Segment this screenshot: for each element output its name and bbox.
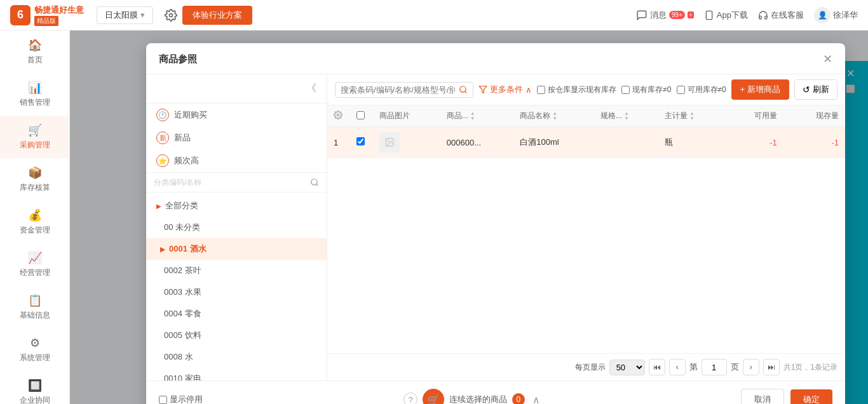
col-checkbox[interactable] — [350, 105, 373, 127]
add-product-btn[interactable]: + 新增商品 — [731, 79, 789, 100]
sort-name-icon: ▲▼ — [552, 111, 557, 121]
checkbox-warehouse-stock[interactable]: 按仓库显示现有库存 — [537, 84, 616, 95]
current-stock-checkbox[interactable] — [621, 86, 630, 94]
dialog-close-btn[interactable]: ✕ — [823, 52, 832, 66]
col-name[interactable]: 商品名称 ▲▼ — [513, 105, 594, 127]
system-icon: ⚙ — [30, 336, 40, 350]
operations-icon: 📈 — [28, 251, 42, 265]
table-row[interactable]: 1 000600... — [327, 127, 845, 158]
search-icon — [310, 178, 319, 187]
quick-link-new[interactable]: 新 新品 — [146, 126, 327, 149]
footer-mid: ? 🛒 连续选择的商品 0 ∧ — [403, 389, 540, 404]
experience-btn[interactable]: 体验行业方案 — [182, 6, 252, 25]
cat-item-00[interactable]: 00 未分类 — [146, 217, 327, 238]
category-tree: ▶ 全部分类 00 未分类 ▶ 0001 酒水 — [146, 192, 327, 380]
dialog-header: 商品参照 ✕ — [146, 43, 845, 74]
sidebar-item-sales[interactable]: 📊 销售管理 — [0, 73, 69, 116]
store-selector[interactable]: 日太阳膜 ▾ — [97, 6, 153, 24]
col-code[interactable]: 商品... ▲▼ — [440, 105, 513, 127]
col-settings[interactable] — [327, 105, 350, 127]
available-stock-checkbox[interactable] — [677, 86, 685, 94]
basic-info-icon: 📋 — [28, 293, 42, 307]
refresh-icon: ↺ — [803, 84, 810, 95]
show-disabled-label[interactable]: 显示停用 — [159, 394, 203, 404]
sidebar-item-inventory[interactable]: 📦 库存核算 — [0, 158, 69, 201]
svg-point-4 — [460, 86, 466, 92]
svg-marker-5 — [479, 86, 487, 93]
product-search-icon[interactable] — [459, 85, 468, 94]
checkbox-current-stock[interactable]: 现有库存≠0 — [621, 84, 671, 95]
next-page-btn[interactable]: › — [743, 359, 759, 375]
sidebar-item-purchase[interactable]: 🛒 采购管理 — [0, 116, 69, 158]
arrow-active-icon: ▶ — [160, 246, 165, 253]
cat-item-0003[interactable]: 0003 水果 — [146, 281, 327, 303]
prev-page-btn[interactable]: ‹ — [669, 359, 686, 375]
cat-search-input[interactable] — [154, 178, 310, 187]
sidebar-item-basic-info[interactable]: 📋 基础信息 — [0, 286, 69, 328]
cat-item-0005[interactable]: 0005 饮料 — [146, 325, 327, 346]
sidebar-item-home[interactable]: 🏠 首页 — [0, 30, 69, 73]
svg-point-8 — [388, 140, 389, 142]
page-input[interactable] — [702, 359, 727, 375]
cart-icon[interactable]: 🛒 — [423, 389, 444, 404]
cat-search — [146, 172, 327, 192]
quick-link-recent[interactable]: 🕐 近期购买 — [146, 104, 327, 126]
user-item[interactable]: 👤 徐泽华 — [814, 7, 858, 24]
product-search-input[interactable] — [341, 85, 455, 95]
refresh-btn[interactable]: ↺ 刷新 — [794, 79, 837, 100]
show-disabled-checkbox[interactable] — [159, 396, 167, 404]
sidebar-item-finance[interactable]: 💰 资金管理 — [0, 201, 69, 243]
last-page-btn[interactable]: ⏭ — [763, 359, 780, 375]
product-toolbar: 更多条件 ∧ 按仓库显示现有库存 现有库存≠0 — [327, 74, 845, 105]
help-icon[interactable]: ? — [403, 393, 417, 404]
cat-item-0010[interactable]: 0010 家电 — [146, 368, 327, 380]
product-image — [379, 132, 400, 152]
checkbox-available-stock[interactable]: 可用库存≠0 — [677, 84, 726, 95]
product-search-box — [335, 82, 473, 98]
table-header-row: 商品图片 商品... ▲▼ — [327, 105, 845, 127]
selected-count-label: 连续选择的商品 0 — [449, 393, 527, 404]
cancel-btn[interactable]: 取消 — [741, 389, 784, 404]
select-all-checkbox[interactable] — [356, 111, 365, 119]
row-available: -1 — [724, 127, 790, 158]
col-available: 可用量 — [724, 105, 790, 127]
row-code: 000600... — [440, 127, 513, 158]
row-spec — [594, 127, 658, 158]
logo-icon: 6 — [10, 5, 31, 25]
warehouse-stock-checkbox[interactable] — [537, 86, 545, 94]
cat-item-0004[interactable]: 0004 零食 — [146, 303, 327, 325]
more-filter-btn[interactable]: 更多条件 ∧ — [478, 84, 532, 95]
cat-panel-header: 《 — [146, 74, 327, 104]
col-image: 商品图片 — [373, 105, 440, 127]
col-spec[interactable]: 规格... ▲▼ — [594, 105, 658, 127]
cat-item-0008[interactable]: 0008 水 — [146, 346, 327, 368]
sidebar-item-operations[interactable]: 📈 经营管理 — [0, 243, 69, 286]
enterprise-icon: 🔲 — [28, 379, 42, 393]
first-page-btn[interactable]: ⏮ — [649, 359, 665, 375]
inventory-icon: 📦 — [28, 166, 42, 180]
cat-item-all[interactable]: ▶ 全部分类 — [146, 195, 327, 217]
online-service-item[interactable]: 在线客服 — [758, 10, 804, 21]
cart-count-badge: 0 — [512, 393, 525, 404]
collapse-panel-btn[interactable]: 《 — [304, 79, 319, 98]
toolbar-right: + 新增商品 ↺ 刷新 — [731, 79, 837, 100]
sort-icon: ▲▼ — [470, 111, 475, 121]
app-download-item[interactable]: App下载 — [704, 10, 748, 21]
footer-left: 显示停用 — [159, 394, 203, 404]
quick-link-frequent[interactable]: ⭐ 频次高 — [146, 149, 327, 172]
cat-item-0002[interactable]: 0002 茶叶 — [146, 260, 327, 281]
row-checkbox[interactable] — [350, 127, 373, 158]
chevron-up-icon: ∧ — [526, 85, 532, 95]
page-size-select[interactable]: 50 100 200 — [609, 360, 645, 375]
settings-icon[interactable] — [159, 4, 182, 27]
messages-item[interactable]: 消息 99+ + — [636, 10, 694, 21]
sidebar-item-enterprise[interactable]: 🔲 企业协同 — [0, 371, 69, 404]
svg-point-3 — [311, 179, 317, 185]
page-info: 共1页，1条记录 — [783, 362, 837, 373]
sales-icon: 📊 — [28, 81, 42, 95]
sidebar-item-system[interactable]: ⚙ 系统管理 — [0, 328, 69, 371]
confirm-btn[interactable]: 确定 — [790, 389, 832, 404]
collapse-selected-btn[interactable]: ∧ — [532, 394, 540, 405]
cat-item-0001[interactable]: ▶ 0001 酒水 — [146, 238, 327, 260]
col-unit[interactable]: 主计量 ▲▼ — [658, 105, 724, 127]
